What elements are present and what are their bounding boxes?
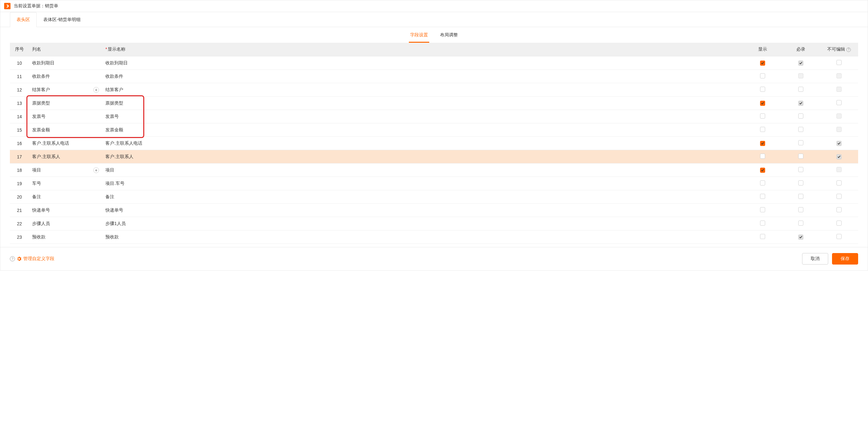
display-name-input[interactable]	[105, 181, 740, 186]
required-checkbox[interactable]	[798, 194, 803, 199]
display-name-input[interactable]	[105, 235, 740, 240]
required-star-icon: *	[105, 47, 107, 52]
col-header-show: 显示	[744, 43, 782, 56]
required-checkbox[interactable]	[798, 140, 803, 145]
required-checkbox[interactable]	[798, 154, 803, 159]
row-column-name: 项目+	[29, 164, 102, 177]
readonly-checkbox	[836, 73, 842, 78]
show-checkbox[interactable]	[760, 101, 765, 106]
required-checkbox[interactable]	[798, 207, 803, 212]
table-row[interactable]: 22步骤人员	[10, 217, 858, 230]
table-row[interactable]: 13票据类型	[10, 96, 858, 110]
readonly-checkbox	[836, 167, 842, 172]
show-checkbox[interactable]	[760, 180, 765, 185]
readonly-checkbox	[836, 154, 842, 160]
show-checkbox[interactable]	[760, 221, 765, 226]
help-icon[interactable]: ?	[846, 48, 851, 52]
row-seq: 12	[10, 83, 29, 96]
display-name-input[interactable]	[105, 114, 740, 119]
row-seq: 22	[10, 217, 29, 230]
display-name-input[interactable]	[105, 101, 740, 106]
row-seq: 14	[10, 110, 29, 123]
display-name-input[interactable]	[105, 74, 740, 79]
row-display-name-cell	[102, 96, 744, 110]
required-checkbox[interactable]	[798, 87, 803, 92]
row-display-name-cell	[102, 190, 744, 204]
col-header-readonly: 不可编辑?	[820, 43, 858, 56]
table-row[interactable]: 14发票号	[10, 110, 858, 123]
required-checkbox	[798, 101, 803, 106]
table-row[interactable]: 21快递单号	[10, 204, 858, 217]
readonly-checkbox[interactable]	[836, 221, 842, 226]
sub-tab-0[interactable]: 字段设置	[409, 32, 429, 43]
readonly-checkbox[interactable]	[836, 207, 842, 212]
manage-custom-fields-link[interactable]: 管理自定义字段	[23, 256, 55, 262]
required-checkbox[interactable]	[798, 127, 803, 132]
table-row[interactable]: 19车号	[10, 177, 858, 190]
readonly-checkbox	[836, 141, 842, 146]
required-checkbox[interactable]	[798, 113, 803, 119]
display-name-input[interactable]	[105, 154, 740, 160]
show-checkbox[interactable]	[760, 127, 765, 132]
table-row[interactable]: 17客户.主联系人	[10, 150, 858, 164]
show-checkbox[interactable]	[760, 73, 765, 78]
row-display-name-cell	[102, 70, 744, 83]
display-name-input[interactable]	[105, 168, 740, 173]
plus-icon[interactable]: +	[93, 167, 99, 173]
table-row[interactable]: 10收款到期日	[10, 56, 858, 70]
show-checkbox[interactable]	[760, 61, 765, 66]
required-checkbox[interactable]	[798, 221, 803, 226]
show-checkbox[interactable]	[760, 234, 765, 239]
cancel-button[interactable]: 取消	[802, 253, 828, 264]
collapse-toggle-icon[interactable]	[4, 3, 10, 9]
row-display-name-cell	[102, 230, 744, 244]
required-checkbox[interactable]	[798, 167, 803, 172]
display-name-input[interactable]	[105, 221, 740, 226]
table-row[interactable]: 23预收款	[10, 230, 858, 244]
display-name-input[interactable]	[105, 194, 740, 200]
show-checkbox[interactable]	[760, 154, 765, 159]
row-display-name-cell	[102, 110, 744, 123]
row-seq: 17	[10, 150, 29, 164]
row-column-name: 结算客户+	[29, 83, 102, 96]
row-column-name: 车号	[29, 177, 102, 190]
show-checkbox[interactable]	[760, 194, 765, 199]
display-name-input[interactable]	[105, 127, 740, 133]
table-row[interactable]: 16客户.主联系人电话	[10, 137, 858, 150]
show-checkbox[interactable]	[760, 113, 765, 119]
table-row[interactable]: 18项目+	[10, 164, 858, 177]
display-name-input[interactable]	[105, 208, 740, 213]
row-seq: 18	[10, 164, 29, 177]
row-seq: 23	[10, 230, 29, 244]
save-button[interactable]: 保存	[832, 253, 858, 264]
table-row[interactable]: 20备注	[10, 190, 858, 204]
sub-tab-1[interactable]: 布局调整	[439, 32, 459, 43]
main-tab-1[interactable]: 表体区-销货单明细	[37, 12, 87, 27]
row-display-name-cell	[102, 164, 744, 177]
readonly-checkbox[interactable]	[836, 60, 842, 65]
readonly-checkbox[interactable]	[836, 194, 842, 199]
row-display-name-cell	[102, 150, 744, 164]
row-display-name-cell	[102, 177, 744, 190]
show-checkbox[interactable]	[760, 168, 765, 173]
table-row[interactable]: 12结算客户+	[10, 83, 858, 96]
display-name-input[interactable]	[105, 61, 740, 66]
question-icon[interactable]: ?	[10, 256, 15, 261]
show-checkbox[interactable]	[760, 207, 765, 212]
table-row[interactable]: 11收款条件	[10, 70, 858, 83]
show-checkbox[interactable]	[760, 141, 765, 146]
show-checkbox[interactable]	[760, 87, 765, 92]
display-name-input[interactable]	[105, 87, 740, 92]
gear-icon	[17, 257, 21, 261]
sub-tabs: 字段设置布局调整	[0, 27, 868, 43]
readonly-checkbox[interactable]	[836, 100, 842, 105]
required-checkbox[interactable]	[798, 180, 803, 185]
plus-icon[interactable]: +	[93, 87, 99, 93]
main-tabs: 表头区表体区-销货单明细	[0, 12, 868, 27]
header-bar: 当前设置单据： 销货单	[0, 0, 868, 12]
main-tab-0[interactable]: 表头区	[10, 12, 37, 27]
readonly-checkbox[interactable]	[836, 234, 842, 239]
display-name-input[interactable]	[105, 141, 740, 146]
readonly-checkbox[interactable]	[836, 180, 842, 185]
table-row[interactable]: 15发票金额	[10, 123, 858, 137]
